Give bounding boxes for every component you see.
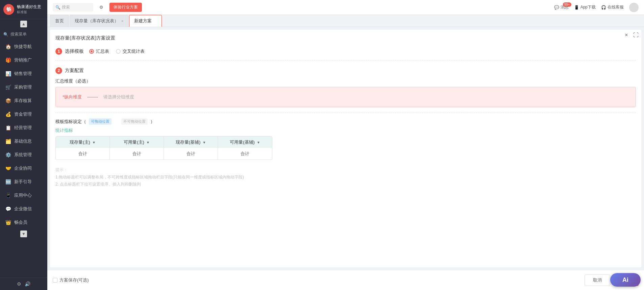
online-service-button[interactable]: 🎧 在线客服	[601, 4, 624, 10]
cooperation-icon: 🤝	[5, 165, 11, 172]
topbar-settings-button[interactable]: ⚙	[97, 3, 106, 12]
app-title: 畅康通好生意	[17, 4, 41, 10]
app-title-group: 畅康通好生意 标准版	[17, 4, 41, 15]
radio-cross[interactable]: 交叉统计表	[116, 48, 145, 54]
save-checkbox[interactable]: 方案保存(可选)	[53, 277, 89, 283]
sidebar-item-cooperation[interactable]: 🤝 企业协同	[0, 162, 47, 175]
sidebar-item-inventory[interactable]: 📦 库存核算	[0, 94, 47, 107]
sidebar-item-label: 企业协同	[14, 165, 32, 171]
online-service-icon: 🎧	[601, 5, 606, 10]
tab-inventory-status-close[interactable]: ×	[121, 19, 123, 23]
metrics-table-header: 现存量(主) ▼ 可用量(主) ▼ 现存量(基辅) ▼ 可用量(基辅)	[56, 137, 272, 148]
cancel-button[interactable]: 取消	[585, 274, 610, 286]
section2-divider	[55, 113, 636, 113]
section1-divider	[55, 60, 636, 61]
tip-item-2: 2. 点击标题栏下拉可设置排序、插入列和删除列	[55, 181, 636, 188]
topbar: 🔍 搜索 ⚙ 体验行业方案 💬 消息 99+ 📱 App下载 🎧 在线客服	[47, 0, 644, 15]
col-available-main[interactable]: 可用量(主) ▼	[110, 137, 164, 148]
sidebar-item-member[interactable]: 👑 畅会员	[0, 216, 47, 229]
online-service-label: 在线客服	[608, 4, 624, 10]
scroll-up-arrow[interactable]: ▲	[20, 21, 27, 27]
tabbar: 首页 现存量（库存状况表） × 新建方案 ×	[47, 15, 644, 27]
sidebar-item-operations[interactable]: 📋 经营管理	[0, 121, 47, 135]
sidebar-item-label: 企业微信	[14, 206, 32, 212]
tab-new-scheme-close[interactable]: ×	[154, 19, 156, 23]
metrics-table: 现存量(主) ▼ 可用量(主) ▼ 现存量(基辅) ▼ 可用量(基辅)	[55, 136, 272, 160]
save-label: 方案保存(可选)	[59, 277, 89, 283]
trial-button[interactable]: 体验行业方案	[109, 3, 142, 12]
ai-fab-label: Ai	[622, 276, 628, 284]
col-base-qty[interactable]: 现存量(基辅) ▼	[164, 137, 218, 148]
topbar-right: 💬 消息 99+ 📱 App下载 🎧 在线客服	[554, 3, 639, 12]
cell-base-qty: 合计	[164, 148, 218, 160]
sidebar-item-system[interactable]: ⚙️ 系统管理	[0, 148, 47, 162]
sidebar-item-sales[interactable]: 📊 销售管理	[0, 67, 47, 80]
sidebar-item-app-center[interactable]: 📱 应用中心	[0, 189, 47, 202]
sidebar-item-base-info[interactable]: 🗂️ 基础信息	[0, 135, 47, 148]
window-expand-button[interactable]: ⛶	[632, 31, 640, 39]
radio-summary-btn[interactable]	[89, 49, 94, 54]
sidebar-item-finance[interactable]: 💰 资金管理	[0, 107, 47, 121]
col-main-qty-label: 现存量(主)	[70, 139, 90, 145]
sidebar-item-purchase[interactable]: 🛒 采购管理	[0, 80, 47, 94]
sidebar-item-wechat[interactable]: 💬 企业微信	[0, 202, 47, 216]
col-available-base[interactable]: 可用量(基辅) ▼	[218, 137, 272, 148]
col-available-main-arrow: ▼	[146, 141, 150, 144]
topbar-search-icon: 🔍	[55, 5, 60, 10]
tab-new-scheme[interactable]: 新建方案 ×	[129, 15, 162, 27]
bottom-controls: 方案保存(可选) 取消 查询	[47, 270, 644, 290]
tab-new-scheme-label: 新建方案	[134, 18, 152, 24]
message-button[interactable]: 💬 消息 99+	[554, 4, 569, 10]
app-subtitle: 标准版	[17, 10, 41, 15]
tab-inventory-status[interactable]: 现存量（库存状况表） ×	[70, 15, 128, 27]
system-icon: ⚙️	[5, 151, 11, 158]
topbar-left: 🔍 搜索 ⚙ 体验行业方案	[53, 3, 142, 12]
inventory-icon: 📦	[5, 97, 11, 104]
sidebar: 畅 畅康通好生意 标准版 ▲ 🔍 搜索菜单 🏠 快捷导航 🎁 营销推广 📊 销售…	[0, 0, 47, 290]
metrics-bracket-close: ）	[150, 119, 155, 125]
tab-home[interactable]: 首页	[50, 15, 69, 27]
message-badge: 99+	[563, 2, 571, 7]
sidebar-item-label: 经营管理	[14, 125, 32, 131]
radio-summary[interactable]: 汇总表	[89, 48, 109, 54]
topbar-search-box[interactable]: 🔍 搜索	[53, 3, 93, 11]
sidebar-item-quick-nav[interactable]: 🏠 快捷导航	[0, 40, 47, 53]
search-icon: 🔍	[3, 32, 8, 37]
sidebar-sound-button[interactable]: 🔊	[25, 281, 30, 287]
ai-fab-button[interactable]: Ai	[610, 273, 641, 287]
section2-num: 2	[55, 67, 62, 74]
sidebar-item-guide[interactable]: 🆕 新手引导	[0, 175, 47, 189]
section-plan: 2 方案配置 汇总维度（必选） *纵向维度 —— 请选择分组维度 模板指标设定（…	[55, 67, 636, 188]
sidebar-footer: ⚙ 🔊	[0, 277, 47, 290]
col-available-base-arrow: ▼	[257, 141, 260, 144]
radio-cross-btn[interactable]	[116, 49, 121, 54]
sidebar-search[interactable]: 🔍 搜索菜单	[0, 29, 47, 40]
save-checkbox-box[interactable]	[53, 278, 57, 283]
sidebar-settings-button[interactable]: ⚙	[17, 281, 21, 287]
user-avatar[interactable]	[629, 3, 639, 12]
operations-icon: 📋	[5, 124, 11, 131]
section-template: 1 选择模板 汇总表 交叉统计表	[55, 48, 636, 61]
sidebar-item-marketing[interactable]: 🎁 营销推广	[0, 53, 47, 67]
app-center-icon: 📱	[5, 192, 11, 199]
col-main-qty[interactable]: 现存量(主) ▼	[56, 137, 110, 148]
sidebar-nav: ▲ 🔍 搜索菜单 🏠 快捷导航 🎁 营销推广 📊 销售管理 🛒 采购管理 📦 库…	[0, 19, 47, 277]
page-container: × ⛶ 现存量(库存状况表)方案设置 1 选择模板 汇总表	[50, 30, 641, 267]
sidebar-item-label: 库存核算	[14, 98, 32, 104]
guide-icon: 🆕	[5, 178, 11, 185]
col-available-main-label: 可用量(主)	[124, 139, 144, 145]
col-base-qty-arrow: ▼	[202, 141, 206, 144]
radio-summary-label: 汇总表	[96, 48, 109, 54]
member-icon: 👑	[5, 219, 11, 226]
dimension-box[interactable]: *纵向维度 —— 请选择分组维度	[55, 87, 636, 107]
scroll-down-arrow[interactable]: ▼	[20, 231, 27, 237]
marketing-icon: 🎁	[5, 57, 11, 64]
app-download-button[interactable]: 📱 App下载	[574, 4, 596, 10]
col-main-qty-arrow: ▼	[92, 141, 96, 144]
app-download-icon: 📱	[574, 5, 579, 10]
sidebar-item-label: 基础信息	[14, 138, 32, 144]
section1-header: 1 选择模板 汇总表 交叉统计表	[55, 48, 636, 55]
cell-available-main: 合计	[110, 148, 164, 160]
sidebar-item-label: 资金管理	[14, 111, 32, 117]
window-close-button[interactable]: ×	[622, 31, 630, 39]
